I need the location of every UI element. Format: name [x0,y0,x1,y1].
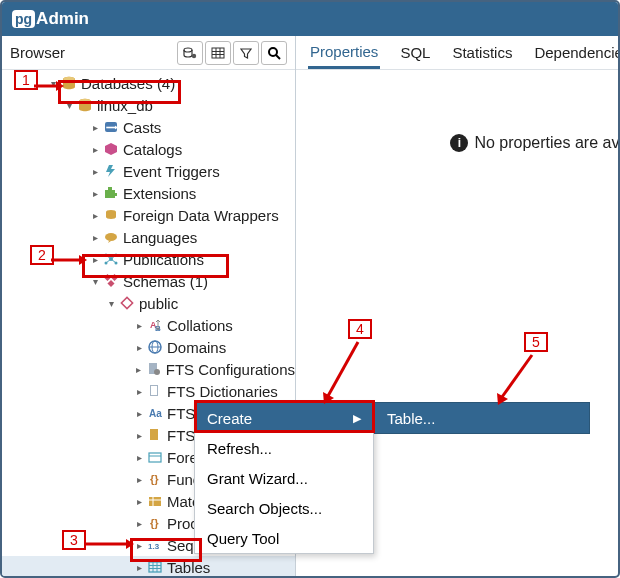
tree-label: Languages [123,229,197,246]
chevron-right-icon[interactable]: ▸ [88,210,102,221]
tree-casts[interactable]: ▸⟶Casts [2,116,295,138]
tree-databases[interactable]: ▾Databases (4) [2,72,295,94]
chevron-down-icon[interactable]: ▾ [62,100,76,111]
ctx-create[interactable]: Create▶ [195,403,373,433]
tree-label: Collations [167,317,233,334]
context-submenu[interactable]: Table... [374,402,590,434]
app-logo: pgAdmin [12,9,89,29]
event-trigger-icon [102,162,120,180]
fts-template-icon [146,426,164,444]
tree-collations[interactable]: ▸ABCollations [2,314,295,336]
foreign-table-icon [146,448,164,466]
svg-rect-16 [108,187,112,191]
ctx-refresh[interactable]: Refresh... [195,433,373,463]
chevron-right-icon[interactable]: ▸ [88,144,102,155]
tree-languages[interactable]: ▸Languages [2,226,295,248]
chevron-right-icon[interactable]: ▸ [132,342,146,353]
svg-line-25 [106,255,111,259]
chevron-right-icon[interactable]: ▸ [88,188,102,199]
browser-toolbar [177,41,287,65]
chevron-right-icon[interactable]: ▸ [132,474,146,485]
chevron-right-icon[interactable]: ▸ [88,122,102,133]
ctx-label: Create [207,410,252,427]
ctx-label: Grant Wizard... [207,470,308,487]
tree-publications[interactable]: ▸Publications [2,248,295,270]
tree-fdw[interactable]: ▸Foreign Data Wrappers [2,204,295,226]
chevron-right-icon[interactable]: ▸ [132,320,146,331]
svg-point-7 [269,48,277,56]
tool-grid-icon[interactable] [205,41,231,65]
chevron-right-icon[interactable]: ▸ [132,408,146,419]
logo-admin: Admin [36,9,89,29]
tool-filter-icon[interactable] [233,41,259,65]
svg-rect-44 [149,453,161,462]
tree-fts-conf[interactable]: ▸FTS Configurations [2,358,295,380]
tree-extensions[interactable]: ▸Extensions [2,182,295,204]
tool-db-icon[interactable] [177,41,203,65]
tree-catalogs[interactable]: ▸Catalogs [2,138,295,160]
tab-properties[interactable]: Properties [308,37,380,69]
tree-public[interactable]: ▾public [2,292,295,314]
tree-label: FTS Dictionaries [167,383,278,400]
svg-text:Aa: Aa [149,408,162,419]
chevron-right-icon[interactable]: ▸ [88,254,102,265]
function-icon: {} [146,470,164,488]
svg-point-12 [79,99,91,103]
info-icon: i [450,134,468,152]
chevron-right-icon[interactable]: ▸ [132,540,146,551]
extensions-icon [102,184,120,202]
svg-rect-32 [121,297,132,308]
svg-rect-15 [105,190,115,198]
svg-text:1.3: 1.3 [148,542,160,551]
database-group-icon [60,74,78,92]
tree-event-triggers[interactable]: ▸Event Triggers [2,160,295,182]
chevron-right-icon[interactable]: ▸ [88,232,102,243]
svg-point-19 [105,233,117,241]
tree-fts-dict[interactable]: ▸FTS Dictionaries [2,380,295,402]
title-bar: pgAdmin [2,2,618,36]
tree-linuxdb[interactable]: ▾linux_db [2,94,295,116]
fts-dict-icon [146,382,164,400]
no-properties-message: i No properties are availa [450,134,620,152]
chevron-right-icon[interactable]: ▸ [132,452,146,463]
tab-sql[interactable]: SQL [398,38,432,67]
fts-parser-icon: Aa [146,404,164,422]
chevron-down-icon[interactable]: ▾ [88,276,102,287]
chevron-right-icon[interactable]: ▸ [132,496,146,507]
tool-search-icon[interactable] [261,41,287,65]
browser-title: Browser [10,44,65,61]
svg-line-28 [111,259,116,263]
svg-point-10 [63,77,75,81]
svg-text:{}: {} [150,473,159,485]
svg-line-8 [276,55,280,59]
tree-domains[interactable]: ▸Domains [2,336,295,358]
schemas-icon [102,272,120,290]
chevron-right-icon[interactable]: ▸ [132,562,146,573]
svg-point-39 [154,369,160,375]
context-menu[interactable]: Create▶ Refresh... Grant Wizard... Searc… [194,402,374,554]
chevron-down-icon[interactable]: ▾ [104,298,118,309]
ctx-search-objects[interactable]: Search Objects... [195,493,373,523]
chevron-right-icon[interactable]: ▸ [132,518,146,529]
logo-pg: pg [12,10,35,28]
tree-label: FTS Configurations [166,361,295,378]
chevron-right-icon[interactable]: ▸ [132,364,145,375]
chevron-right-icon[interactable]: ▸ [132,386,146,397]
ctx-label: Query Tool [207,530,279,547]
ctx-create-table[interactable]: Table... [375,403,589,433]
chevron-right-icon[interactable]: ▸ [88,166,102,177]
catalogs-icon [102,140,120,158]
chevron-down-icon[interactable]: ▾ [46,78,60,89]
ctx-query-tool[interactable]: Query Tool [195,523,373,553]
tab-statistics[interactable]: Statistics [450,38,514,67]
chevron-right-icon: ▶ [353,412,361,425]
svg-text:⟶: ⟶ [106,123,118,132]
tree-tables[interactable]: ▸Tables [2,556,295,576]
ctx-grant-wizard[interactable]: Grant Wizard... [195,463,373,493]
chevron-right-icon[interactable]: ▸ [132,430,146,441]
browser-header: Browser [2,36,295,70]
no-properties-text: No properties are availa [474,134,620,152]
procedure-icon: {} [146,514,164,532]
tree-schemas[interactable]: ▾Schemas (1) [2,270,295,292]
tab-dependencies[interactable]: Dependencies [532,38,620,67]
